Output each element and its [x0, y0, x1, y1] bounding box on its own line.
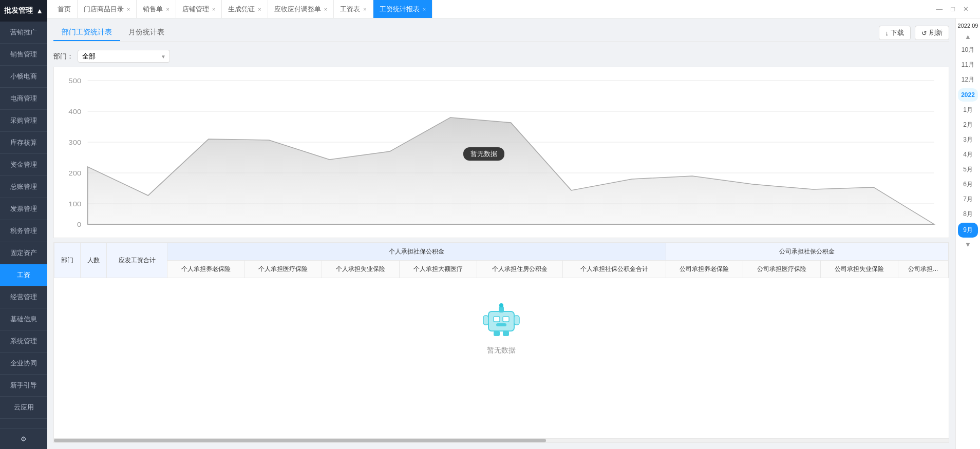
svg-rect-20: [514, 316, 519, 325]
sidebar-item-assets[interactable]: 固定资产: [0, 242, 47, 264]
maximize-button[interactable]: □: [948, 4, 958, 14]
svg-rect-19: [483, 316, 488, 325]
timeline-item-2022[interactable]: 2022: [958, 88, 978, 102]
sidebar-item-ledger[interactable]: 总账管理: [0, 176, 47, 198]
sidebar-item-collab[interactable]: 企业协同: [0, 353, 47, 375]
close-button[interactable]: ✕: [960, 4, 972, 14]
empty-state: 暂无数据: [54, 278, 949, 376]
sidebar-item-basic-info[interactable]: 基础信息: [0, 308, 47, 330]
sidebar-item-operations[interactable]: 经营管理: [0, 286, 47, 308]
timeline-item-apr[interactable]: 4月: [956, 147, 980, 162]
svg-text:400: 400: [68, 108, 81, 115]
svg-rect-13: [488, 311, 514, 331]
sidebar-item-ecommerce-small[interactable]: 小畅电商: [0, 66, 47, 88]
tab-bar: 首页 门店商品目录 × 销售单 × 店铺管理 × 生成凭证 × 应收应付调整单 …: [47, 0, 980, 18]
filter-row: 部门： 全部: [53, 50, 949, 63]
tab-generate-voucher[interactable]: 生成凭证 ×: [222, 0, 268, 18]
chart-tooltip: 暂无数据: [463, 147, 504, 161]
tab-payroll-report[interactable]: 工资统计报表 ×: [373, 0, 432, 18]
sidebar-item-finance[interactable]: 资金管理: [0, 154, 47, 176]
timeline-item-nov[interactable]: 11月: [956, 57, 980, 72]
sidebar-item-salary[interactable]: 工资: [0, 264, 47, 286]
svg-marker-12: [88, 118, 934, 224]
timeline-item-feb[interactable]: 2月: [956, 118, 980, 132]
tab-store-manage[interactable]: 店铺管理 ×: [176, 0, 222, 18]
col-company-unemployment: 公司承担失业保险: [820, 261, 898, 278]
timeline-item-jun[interactable]: 6月: [956, 177, 980, 192]
sidebar-item-tax[interactable]: 税务管理: [0, 220, 47, 242]
filter-label: 部门：: [53, 52, 73, 61]
tab-close-adjustment[interactable]: ×: [324, 6, 327, 12]
col-total-salary: 应发工资合计: [107, 243, 167, 278]
sidebar-item-system[interactable]: 系统管理: [0, 330, 47, 353]
content-area: 部门工资统计表 月份统计表 ↓ 下载 ↺ 刷新: [47, 18, 980, 449]
svg-text:300: 300: [68, 139, 81, 146]
timeline-item-sep[interactable]: 9月: [958, 223, 978, 238]
col-personal-medical: 个人承担医疗保险: [244, 261, 322, 278]
col-personal-unemployment: 个人承担失业保险: [322, 261, 400, 278]
timeline-nav-down[interactable]: ▼: [956, 239, 980, 250]
sub-tab-dept-salary[interactable]: 部门工资统计表: [53, 25, 120, 41]
tab-payroll[interactable]: 工资表 ×: [334, 0, 373, 18]
main-area: 首页 门店商品目录 × 销售单 × 店铺管理 × 生成凭证 × 应收应付调整单 …: [47, 0, 980, 449]
tab-close-sales-order[interactable]: ×: [166, 6, 169, 12]
tab-close-store-catalog[interactable]: ×: [127, 6, 130, 12]
timeline-current-label: 2022.09: [957, 21, 979, 31]
table-wrapper[interactable]: 部门 人数 应发工资合计 个人承担社保公积金 公司承担社保公积金 个人承担养老保…: [54, 243, 949, 438]
sidebar-item-sales[interactable]: 销售管理: [0, 44, 47, 66]
tab-close-payroll-report[interactable]: ×: [423, 6, 426, 12]
timeline-item-mar[interactable]: 3月: [956, 132, 980, 147]
tab-home[interactable]: 首页: [51, 0, 78, 18]
page-content: 部门工资统计表 月份统计表 ↓ 下载 ↺ 刷新: [47, 18, 955, 449]
timeline-item-jul[interactable]: 7月: [956, 192, 980, 207]
dept-select[interactable]: 全部: [78, 50, 170, 63]
sidebar-item-cloud[interactable]: 云应用: [0, 397, 47, 419]
timeline-item-aug[interactable]: 8月: [956, 207, 980, 222]
col-dept: 部门: [54, 243, 81, 278]
svg-rect-22: [503, 331, 509, 336]
minimize-button[interactable]: —: [933, 4, 946, 14]
col-group-company: 公司承担社保公积金: [666, 243, 948, 261]
sidebar-item-guide[interactable]: 新手引导: [0, 375, 47, 397]
col-company-other: 公司承担...: [898, 261, 948, 278]
timeline-item-oct[interactable]: 10月: [956, 43, 980, 57]
timeline-item-may[interactable]: 5月: [956, 162, 980, 177]
tab-close-store-manage[interactable]: ×: [212, 6, 215, 12]
sidebar-title: 批发管理: [4, 6, 33, 15]
tab-sales-order[interactable]: 销售单 ×: [137, 0, 176, 18]
svg-text:500: 500: [68, 77, 81, 84]
col-personal-pension: 个人承担养老保险: [167, 261, 244, 278]
sub-tabs: 部门工资统计表 月份统计表 ↓ 下载 ↺ 刷新: [53, 25, 949, 42]
sub-tab-monthly[interactable]: 月份统计表: [120, 25, 173, 41]
sidebar-item-inventory[interactable]: 库存核算: [0, 132, 47, 154]
timeline-nav-up[interactable]: ▲: [956, 31, 980, 43]
col-company-medical: 公司承担医疗保险: [743, 261, 821, 278]
refresh-button[interactable]: ↺ 刷新: [915, 26, 949, 40]
settings-button[interactable]: ⚙: [0, 428, 47, 449]
horizontal-scrollbar[interactable]: [54, 438, 949, 442]
timeline-item-jan[interactable]: 1月: [956, 103, 980, 118]
sidebar-item-ecommerce[interactable]: 电商管理: [0, 88, 47, 110]
tab-close-payroll[interactable]: ×: [363, 6, 366, 12]
empty-text: 暂无数据: [487, 346, 516, 355]
scroll-thumb[interactable]: [54, 439, 546, 442]
svg-rect-14: [494, 317, 500, 322]
sidebar-item-marketing[interactable]: 营销推广: [0, 22, 47, 44]
chart-svg: 500 400 300 200 100 0: [62, 75, 940, 229]
tab-close-generate-voucher[interactable]: ×: [258, 6, 261, 12]
tab-store-catalog[interactable]: 门店商品目录 ×: [78, 0, 137, 18]
svg-rect-21: [494, 331, 500, 336]
sidebar-header[interactable]: 批发管理 ▲: [0, 0, 47, 22]
svg-text:200: 200: [68, 170, 81, 177]
sidebar-item-invoice[interactable]: 发票管理: [0, 198, 47, 220]
svg-rect-15: [503, 317, 509, 322]
tab-adjustment[interactable]: 应收应付调整单 ×: [268, 0, 334, 18]
col-group-individual: 个人承担社保公积金: [167, 243, 666, 261]
dept-select-wrapper: 全部: [78, 50, 170, 63]
svg-rect-16: [496, 323, 506, 326]
sidebar: 批发管理 ▲ 营销推广 销售管理 小畅电商 电商管理 采购管理 库存核算 资金管…: [0, 0, 47, 449]
sidebar-item-purchase[interactable]: 采购管理: [0, 110, 47, 132]
col-personal-total: 个人承担社保公积金合计: [563, 261, 666, 278]
timeline-item-dec[interactable]: 12月: [956, 72, 980, 87]
download-button[interactable]: ↓ 下载: [879, 26, 911, 40]
